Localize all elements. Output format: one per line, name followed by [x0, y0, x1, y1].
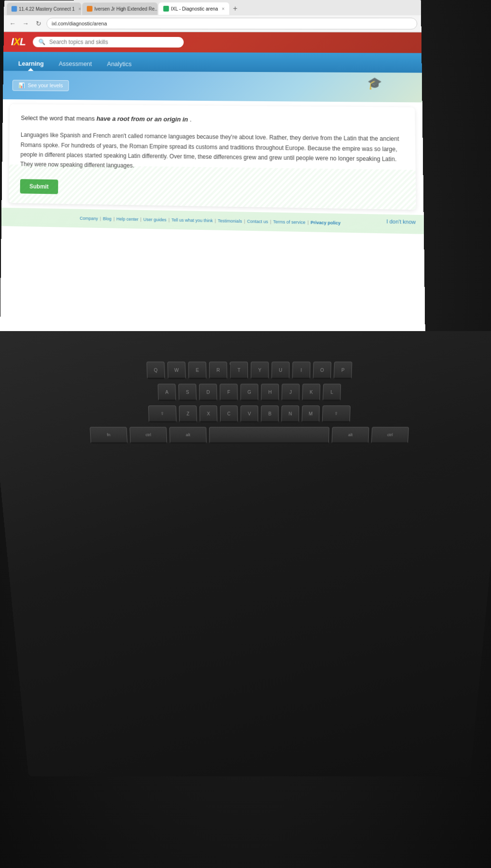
back-button[interactable]: ← — [8, 18, 18, 29]
refresh-button[interactable]: ↻ — [34, 18, 44, 29]
dont-know-link[interactable]: I don't know — [386, 218, 416, 225]
address-bar-row: ← → ↻ — [4, 15, 421, 32]
key-d[interactable]: D — [199, 384, 217, 401]
key-alt[interactable]: alt — [169, 427, 207, 444]
key-i[interactable]: I — [292, 362, 310, 380]
search-bar-container: 🔍 — [33, 37, 184, 48]
tab-close-3[interactable]: × — [222, 6, 225, 11]
key-f[interactable]: F — [220, 384, 237, 401]
key-e[interactable]: E — [188, 362, 206, 380]
key-ctrl[interactable]: ctrl — [129, 427, 167, 444]
nav-bar: Learning Assessment Analytics — [3, 52, 422, 73]
passage-text: Languages like Spanish and French aren't… — [20, 130, 403, 175]
key-a[interactable]: A — [158, 384, 176, 401]
keyboard: Q W E R T Y U I O P A S D F G H J K L ⇧ … — [0, 331, 491, 776]
tab-favicon-3 — [163, 6, 169, 12]
key-o[interactable]: O — [313, 362, 331, 380]
tab-ixl-diagnostic[interactable]: IXL - Diagnostic arena × — [159, 2, 230, 15]
footer-link-terms[interactable]: Terms of service — [273, 219, 305, 225]
search-icon: 🔍 — [38, 39, 46, 46]
key-n[interactable]: N — [281, 405, 299, 422]
key-p[interactable]: P — [334, 362, 352, 380]
levels-icon: 📊 — [18, 82, 25, 88]
key-l[interactable]: L — [323, 384, 341, 401]
ixl-logo: IXL — [11, 36, 26, 48]
key-v[interactable]: V — [241, 405, 258, 422]
tab-bar: 11.4.22 Mastery Connect 1 × Iversen Jr H… — [4, 0, 421, 15]
footer-link-privacy[interactable]: Privacy policy — [311, 220, 341, 226]
footer-link-company[interactable]: Company — [80, 216, 98, 221]
key-c[interactable]: C — [220, 405, 238, 422]
ixl-header: IXL 🔍 — [3, 32, 421, 53]
footer-link-blog[interactable]: Blog — [103, 216, 112, 221]
key-y[interactable]: Y — [251, 362, 269, 380]
tab-favicon-1 — [12, 6, 17, 12]
key-q[interactable]: Q — [146, 362, 165, 380]
submit-button[interactable]: Submit — [20, 179, 58, 194]
hero-decorative-icon: 🎓 — [367, 76, 382, 90]
key-w[interactable]: W — [167, 362, 186, 380]
nav-item-assessment[interactable]: Assessment — [51, 56, 100, 71]
question-instruction-bold: have a root from or an origin in — [96, 115, 188, 123]
tab-label-3: IXL - Diagnostic arena — [171, 6, 218, 11]
forward-button[interactable]: → — [21, 18, 31, 29]
key-m[interactable]: M — [302, 405, 320, 422]
tab-label-1: 11.4.22 Mastery Connect 1 — [19, 6, 75, 12]
footer-link-help[interactable]: Help center — [117, 216, 139, 222]
key-j[interactable]: J — [281, 384, 300, 401]
see-levels-button[interactable]: 📊 See your levels — [12, 80, 69, 91]
key-alt-right[interactable]: alt — [332, 427, 369, 444]
key-space[interactable] — [209, 427, 329, 444]
keyboard-row-1: Q W E R T Y U I O P — [0, 359, 491, 381]
key-shift-left[interactable]: ⇧ — [148, 405, 176, 422]
footer-link-contact[interactable]: Contact us — [247, 219, 268, 224]
tab-mastery-connect[interactable]: 11.4.22 Mastery Connect 1 × — [7, 2, 81, 15]
browser-window: 11.4.22 Mastery Connect 1 × Iversen Jr H… — [0, 0, 425, 349]
keyboard-row-2: A S D F G H J K L — [0, 381, 491, 403]
browser-chrome: 11.4.22 Mastery Connect 1 × Iversen Jr H… — [4, 0, 421, 33]
key-shift-right[interactable]: ⇧ — [322, 405, 351, 422]
question-instruction: Select the word that means have a root f… — [21, 114, 403, 126]
hero-banner: 📊 See your levels 🎓 — [3, 71, 422, 103]
footer-link-tell-us[interactable]: Tell us what you think — [172, 217, 213, 223]
new-tab-button[interactable]: + — [230, 4, 240, 13]
tab-favicon-2 — [87, 6, 93, 12]
key-k[interactable]: K — [302, 384, 320, 401]
keyboard-row-4: fn ctrl alt alt ctrl — [0, 425, 491, 446]
footer-link-testimonials[interactable]: Testimonials — [218, 218, 242, 224]
see-levels-label: See your levels — [28, 83, 63, 88]
key-z[interactable]: Z — [179, 405, 197, 422]
nav-item-learning[interactable]: Learning — [11, 56, 51, 71]
tab-label-2: Iversen Jr High Extended Re... — [94, 6, 158, 12]
key-r[interactable]: R — [209, 362, 227, 380]
tab-close-1[interactable]: × — [79, 6, 82, 12]
nav-item-analytics[interactable]: Analytics — [99, 57, 139, 71]
key-g[interactable]: G — [240, 384, 258, 401]
footer-link-user-guides[interactable]: User guides — [143, 217, 166, 222]
key-h[interactable]: H — [261, 384, 279, 401]
key-x[interactable]: X — [199, 405, 217, 422]
address-input[interactable] — [47, 18, 417, 30]
keyboard-row-3: ⇧ Z X C V B N M ⇧ — [0, 403, 491, 425]
key-s[interactable]: S — [178, 384, 197, 401]
footer-links: Company | Blog | Help center | User guid… — [1, 212, 424, 230]
key-u[interactable]: U — [271, 362, 290, 380]
key-t[interactable]: T — [230, 362, 248, 380]
tab-iversen[interactable]: Iversen Jr High Extended Re... × — [82, 2, 157, 15]
key-b[interactable]: B — [261, 405, 279, 422]
bottom-content: I don't know Company | Blog | Help cente… — [1, 208, 424, 234]
key-ctrl-right[interactable]: ctrl — [371, 427, 409, 444]
key-fn[interactable]: fn — [90, 427, 128, 444]
search-input[interactable] — [49, 39, 178, 46]
question-container: Select the word that means have a root f… — [9, 104, 416, 210]
